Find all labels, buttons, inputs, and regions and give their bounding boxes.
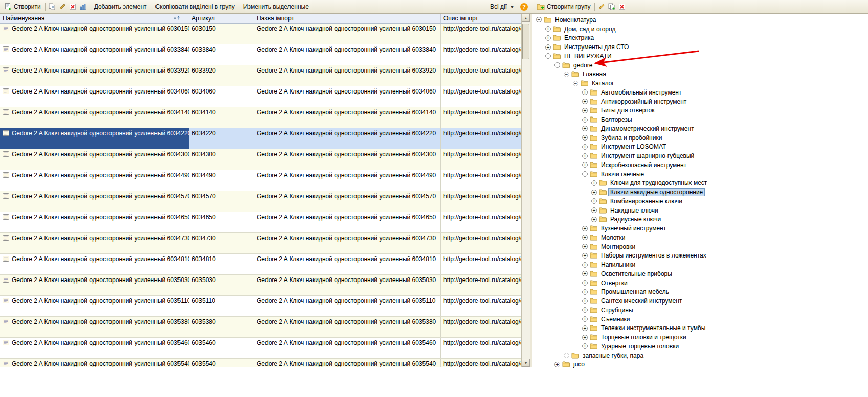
tree-expander-icon[interactable]: +: [582, 226, 588, 231]
table-row[interactable]: Gedore 2 A Ключ накидной односторонний у…: [0, 86, 521, 107]
tree-expander-icon[interactable]: +: [582, 316, 588, 322]
table-row[interactable]: Gedore 2 A Ключ накидной односторонний у…: [0, 65, 521, 86]
cell-import-desc[interactable]: http://gedore-tool.ru/catalog/d...: [441, 107, 521, 128]
tree-expander-icon[interactable]: +: [582, 244, 588, 249]
copy-button[interactable]: [47, 2, 57, 11]
cell-import-name[interactable]: Gedore 2 A Ключ накидной односторонний у…: [254, 24, 441, 44]
tree-expander-icon[interactable]: +: [582, 235, 588, 240]
cell-name[interactable]: Gedore 2 A Ключ накидной односторонний у…: [0, 128, 189, 149]
tree-item[interactable]: +Монтировки: [532, 242, 868, 251]
cell-import-desc[interactable]: http://gedore-tool.ru/catalog/d...: [441, 317, 521, 337]
tree-expander-icon[interactable]: +: [591, 198, 597, 204]
column-header-import-desc[interactable]: Опис імпорт: [441, 14, 521, 23]
tree-expander-icon[interactable]: +: [582, 135, 588, 141]
tree-expander-icon[interactable]: +: [591, 207, 597, 213]
cell-import-name[interactable]: Gedore 2 A Ключ накидной односторонний у…: [254, 338, 441, 358]
column-header-name[interactable]: Найменування: [0, 14, 189, 23]
cell-import-name[interactable]: Gedore 2 A Ключ накидной односторонний у…: [254, 254, 441, 274]
tree-expander-icon[interactable]: +: [545, 44, 551, 50]
create-group-button[interactable]: Створити групу: [534, 2, 593, 11]
cell-import-name[interactable]: Gedore 2 A Ключ накидной односторонний у…: [254, 233, 441, 253]
tree-expander-icon[interactable]: +: [582, 262, 588, 268]
tree-item[interactable]: +Торцевые головки и трещотки: [532, 333, 868, 342]
tree-item[interactable]: +Инструмент шарнирно-губцевый: [532, 151, 868, 160]
cell-name[interactable]: Gedore 2 A Ключ накидной односторонний у…: [0, 107, 189, 128]
cell-import-name[interactable]: Gedore 2 A Ключ накидной односторонний у…: [254, 65, 441, 86]
cell-article[interactable]: 6030150: [189, 24, 254, 44]
tree-item[interactable]: +Ключи для труднодоступных мест: [532, 179, 868, 188]
table-row[interactable]: Gedore 2 A Ключ накидной односторонний у…: [0, 296, 521, 317]
table-row[interactable]: Gedore 2 A Ключ накидной односторонний у…: [0, 254, 521, 275]
tree-expander-icon[interactable]: +: [582, 117, 588, 123]
table-row[interactable]: Gedore 2 A Ключ накидной односторонний у…: [0, 233, 521, 254]
tree-item[interactable]: +Електрика: [532, 34, 868, 43]
cell-name[interactable]: Gedore 2 A Ключ накидной односторонний у…: [0, 359, 189, 367]
cell-import-name[interactable]: Gedore 2 A Ключ накидной односторонний у…: [254, 275, 441, 295]
tree-expander-icon[interactable]: +: [582, 89, 588, 95]
cell-import-desc[interactable]: http://gedore-tool.ru/catalog/d...: [441, 170, 521, 191]
cell-import-desc[interactable]: http://gedore-tool.ru/catalog/d...: [441, 296, 521, 316]
cell-import-name[interactable]: Gedore 2 A Ключ накидной односторонний у…: [254, 44, 441, 65]
cell-article[interactable]: 6034650: [189, 212, 254, 232]
cell-name[interactable]: Gedore 2 A Ключ накидной односторонний у…: [0, 170, 189, 191]
tree-item[interactable]: +Кузнечный инструмент: [532, 224, 868, 233]
tree-item[interactable]: +Болторезы: [532, 115, 868, 124]
cell-import-name[interactable]: Gedore 2 A Ключ накидной односторонний у…: [254, 191, 441, 212]
tree-expander-icon[interactable]: +: [545, 26, 551, 32]
column-header-import-name[interactable]: Назва імпорт: [254, 14, 441, 23]
tree-expander-icon[interactable]: +: [582, 144, 588, 150]
tree-item[interactable]: +Дом, сад и огород: [532, 25, 868, 34]
scroll-down-button[interactable]: ▼: [522, 359, 530, 367]
all-actions-button[interactable]: Всі дії ▼: [487, 2, 517, 11]
cell-name[interactable]: Gedore 2 A Ключ накидной односторонний у…: [0, 65, 189, 86]
tree-expander-icon[interactable]: +: [582, 298, 588, 304]
tree-item[interactable]: +Антикоррозийный инструмент: [532, 97, 868, 106]
cell-article[interactable]: 6034730: [189, 233, 254, 253]
tree-item[interactable]: +Струбцины: [532, 306, 868, 315]
tree-expander-icon[interactable]: −: [582, 171, 588, 177]
cell-name[interactable]: Gedore 2 A Ключ накидной односторонний у…: [0, 275, 189, 295]
add-element-button[interactable]: Добавить элемент: [92, 2, 149, 11]
tree-item[interactable]: −gedore: [532, 61, 868, 70]
table-row[interactable]: Gedore 2 A Ключ накидной односторонний у…: [0, 212, 521, 233]
tree-item[interactable]: +Сантехнический инструмент: [532, 296, 868, 306]
table-row[interactable]: Gedore 2 A Ключ накидной односторонний у…: [0, 170, 521, 191]
set-interval-button[interactable]: [78, 2, 88, 11]
cell-name[interactable]: Gedore 2 A Ключ накидной односторонний у…: [0, 317, 189, 337]
cell-name[interactable]: Gedore 2 A Ключ накидной односторонний у…: [0, 149, 189, 170]
cell-import-name[interactable]: Gedore 2 A Ключ накидной односторонний у…: [254, 317, 441, 337]
tree-expander-icon[interactable]: +: [582, 162, 588, 168]
table-row[interactable]: Gedore 2 A Ключ накидной односторонний у…: [0, 338, 521, 359]
tree-item[interactable]: +Инструменты для СТО: [532, 42, 868, 52]
cell-article[interactable]: 6034140: [189, 107, 254, 128]
cell-import-name[interactable]: Gedore 2 A Ключ накидной односторонний у…: [254, 107, 441, 128]
tree-expander-icon[interactable]: +: [582, 335, 588, 340]
tree-expander-icon[interactable]: −: [545, 53, 551, 59]
cell-article[interactable]: 6035540: [189, 359, 254, 367]
scroll-thumb[interactable]: [522, 24, 529, 59]
cell-article[interactable]: 6035030: [189, 275, 254, 295]
cell-article[interactable]: 6033920: [189, 65, 254, 86]
tree-item[interactable]: −Ключи гаечные: [532, 170, 868, 179]
tree-item[interactable]: +Ударные торцевые головки: [532, 342, 868, 351]
tree-item[interactable]: +Тележки инструментальные и тумбы: [532, 324, 868, 333]
tree-item[interactable]: +Промышленная мебель: [532, 288, 868, 297]
cell-import-name[interactable]: Gedore 2 A Ключ накидной односторонний у…: [254, 86, 441, 107]
tree-item[interactable]: −Номенклатура: [532, 15, 868, 25]
tree-expander-icon[interactable]: +: [591, 180, 597, 186]
tree-expander-icon[interactable]: −: [564, 72, 569, 77]
tree-item[interactable]: +Наборы инструментов в ложементах: [532, 251, 868, 261]
tree-expander-icon[interactable]: +: [545, 35, 551, 41]
cell-import-desc[interactable]: http://gedore-tool.ru/catalog/d...: [441, 24, 521, 44]
tree-item[interactable]: +Радиусные ключи: [532, 215, 868, 224]
cell-name[interactable]: Gedore 2 A Ключ накидной односторонний у…: [0, 212, 189, 232]
cell-article[interactable]: 6034490: [189, 170, 254, 191]
tree-expander-icon[interactable]: +: [582, 126, 588, 131]
cell-article[interactable]: 6035380: [189, 317, 254, 337]
tree-item[interactable]: +Ключи накидные односторонние: [532, 188, 868, 197]
tree-expander-icon[interactable]: −: [554, 62, 560, 68]
cell-import-desc[interactable]: http://gedore-tool.ru/catalog/d...: [441, 65, 521, 86]
table-row[interactable]: Gedore 2 A Ключ накидной односторонний у…: [0, 107, 521, 128]
cell-import-name[interactable]: Gedore 2 A Ключ накидной односторонний у…: [254, 296, 441, 316]
table-row[interactable]: Gedore 2 A Ключ накидной односторонний у…: [0, 128, 521, 149]
